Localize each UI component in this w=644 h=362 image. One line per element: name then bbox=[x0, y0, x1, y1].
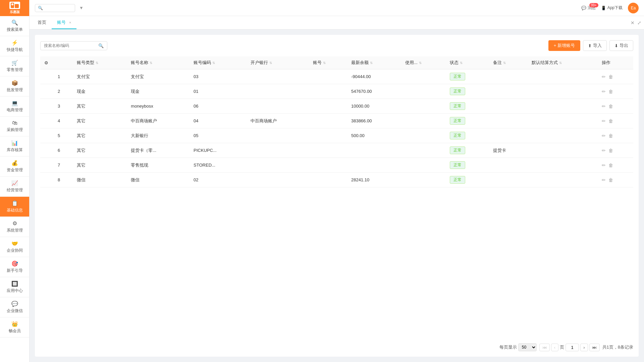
sidebar-item-system[interactable]: ⚙ 系统管理 bbox=[0, 217, 29, 237]
last-page-button[interactable]: ⏭ bbox=[589, 344, 600, 351]
table-row: 8 微信 微信 02 28241.10 正常 ✏ 🗑 bbox=[40, 173, 633, 187]
tab-home[interactable]: 首页 bbox=[32, 16, 52, 29]
sidebar-item-appstore[interactable]: 🔲 应用中心 bbox=[0, 277, 29, 297]
import-button[interactable]: ⬆ 导入 bbox=[583, 40, 607, 51]
sidebar-item-shortcut-label: 快捷导航 bbox=[7, 47, 23, 53]
sidebar-item-appstore-label: 应用中心 bbox=[7, 288, 23, 294]
th-bank[interactable]: 开户银行⇅ bbox=[247, 56, 309, 69]
add-account-button[interactable]: + 新增账号 bbox=[548, 40, 580, 51]
row-name: 中百商场账户 bbox=[127, 114, 190, 128]
sidebar-item-ecommerce[interactable]: 💻 电商管理 bbox=[0, 97, 29, 117]
delete-button[interactable]: 🗑 bbox=[608, 177, 613, 183]
th-type[interactable]: 账号类型⇅ bbox=[73, 56, 127, 69]
app-logo: 乐惠版 bbox=[0, 0, 29, 16]
edit-button[interactable]: ✏ bbox=[602, 163, 606, 168]
sidebar-item-inventory[interactable]: 📊 库存核算 bbox=[0, 136, 29, 157]
sidebar-item-search-label: 搜索菜单 bbox=[7, 27, 23, 33]
th-status[interactable]: 状态⇅ bbox=[446, 56, 489, 69]
wechat-icon: 💬 bbox=[11, 301, 18, 307]
message-badge: 99+ bbox=[589, 3, 598, 7]
capital-icon: 💰 bbox=[11, 160, 18, 166]
message-button[interactable]: 💬 消息 99+ bbox=[581, 5, 596, 11]
app-download-button[interactable]: 📱 App下载 bbox=[601, 5, 623, 11]
row-remark bbox=[489, 158, 528, 173]
sidebar-item-wechat[interactable]: 💬 企业微信 bbox=[0, 297, 29, 317]
th-usage[interactable]: 使用...⇅ bbox=[401, 56, 446, 69]
delete-button[interactable]: 🗑 bbox=[608, 74, 613, 79]
th-gear[interactable]: ⚙ bbox=[40, 56, 54, 69]
top-header: 🔍 ▼ 💬 消息 99+ 📱 App下载 Ea bbox=[30, 0, 644, 16]
sidebar-item-search[interactable]: 🔍 搜索菜单 bbox=[0, 16, 29, 36]
row-gear bbox=[40, 128, 54, 143]
sidebar-item-member[interactable]: 👑 畅会员 bbox=[0, 317, 29, 338]
user-avatar[interactable]: Ea bbox=[628, 3, 639, 13]
edit-button[interactable]: ✏ bbox=[602, 133, 606, 138]
export-label: 导出 bbox=[620, 43, 628, 49]
search-wrapper[interactable]: 🔍 bbox=[40, 41, 107, 50]
sidebar-item-wholesale[interactable]: 📦 批发管理 bbox=[0, 76, 29, 97]
edit-button[interactable]: ✏ bbox=[602, 74, 606, 79]
sidebar-item-capital[interactable]: 💰 资金管理 bbox=[0, 157, 29, 177]
page-input[interactable] bbox=[566, 344, 579, 351]
delete-button[interactable]: 🗑 bbox=[608, 118, 613, 124]
page-content: 🔍 + 新增账号 ⬆ 导入 ⬇ 导出 bbox=[30, 29, 644, 362]
first-page-button[interactable]: ⏮ bbox=[539, 344, 550, 351]
th-default-settle[interactable]: 默认结算方式⇅ bbox=[528, 56, 598, 69]
tab-close-button[interactable]: × bbox=[69, 20, 71, 24]
th-action: 操作 bbox=[598, 56, 633, 69]
prev-page-button[interactable]: ‹ bbox=[551, 344, 558, 351]
sidebar-item-wholesale-label: 批发管理 bbox=[7, 87, 23, 93]
row-remark bbox=[489, 173, 528, 187]
sidebar-item-enterprise[interactable]: 🤝 企业协同 bbox=[0, 237, 29, 257]
top-search-box[interactable]: 🔍 bbox=[35, 4, 75, 12]
sidebar-item-purchase[interactable]: 🛍 采购管理 bbox=[0, 117, 29, 136]
svg-rect-1 bbox=[15, 4, 19, 8]
sidebar-item-guide[interactable]: 🎯 新手引导 bbox=[0, 257, 29, 277]
search-input[interactable] bbox=[44, 43, 96, 48]
dropdown-icon[interactable]: ▼ bbox=[79, 5, 84, 10]
tab-account-label: 账号 bbox=[57, 19, 66, 25]
import-label: 导入 bbox=[593, 43, 602, 49]
row-index: 5 bbox=[54, 128, 73, 143]
sidebar-item-basic[interactable]: 📋 基础信息 bbox=[0, 197, 29, 217]
tab-account[interactable]: 账号 × bbox=[52, 16, 76, 29]
edit-button[interactable]: ✏ bbox=[602, 104, 606, 109]
th-code[interactable]: 账号编码⇅ bbox=[190, 56, 247, 69]
row-status: 正常 bbox=[446, 158, 489, 173]
row-type: 微信 bbox=[73, 173, 127, 187]
delete-button[interactable]: 🗑 bbox=[608, 89, 613, 94]
edit-button[interactable]: ✏ bbox=[602, 148, 606, 153]
next-page-button[interactable]: › bbox=[580, 344, 588, 351]
sidebar-item-operations[interactable]: 📈 经营管理 bbox=[0, 177, 29, 197]
edit-button[interactable]: ✏ bbox=[602, 89, 606, 94]
sidebar-item-shortcut[interactable]: ⚡ 快捷导航 bbox=[0, 36, 29, 56]
purchase-icon: 🛍 bbox=[12, 120, 17, 126]
edit-button[interactable]: ✏ bbox=[602, 177, 606, 183]
tab-maximize-icon[interactable]: ⤢ bbox=[637, 20, 641, 25]
row-default-settle bbox=[528, 158, 598, 173]
tab-minimize-icon[interactable]: ✕ bbox=[631, 20, 635, 25]
row-account bbox=[309, 128, 347, 143]
delete-button[interactable]: 🗑 bbox=[608, 163, 613, 168]
row-index: 1 bbox=[54, 69, 73, 84]
edit-button[interactable]: ✏ bbox=[602, 118, 606, 124]
page-label: 页 bbox=[560, 344, 564, 350]
th-account[interactable]: 账号⇅ bbox=[309, 56, 347, 69]
row-usage bbox=[401, 173, 446, 187]
th-remark[interactable]: 备注⇅ bbox=[489, 56, 528, 69]
th-balance[interactable]: 最新余额⇅ bbox=[347, 56, 401, 69]
row-type: 其它 bbox=[73, 114, 127, 128]
sidebar-item-retail[interactable]: 🛒 零售管理 bbox=[0, 56, 29, 76]
page-size-select[interactable]: 50 100 200 bbox=[518, 343, 537, 351]
delete-button[interactable]: 🗑 bbox=[608, 148, 613, 153]
toolbar-left: 🔍 bbox=[40, 41, 107, 50]
row-status: 正常 bbox=[446, 173, 489, 187]
delete-button[interactable]: 🗑 bbox=[608, 104, 613, 109]
sidebar-item-guide-label: 新手引导 bbox=[7, 268, 23, 274]
th-name[interactable]: 账号名称⇅ bbox=[127, 56, 190, 69]
row-account bbox=[309, 158, 347, 173]
row-bank bbox=[247, 158, 309, 173]
delete-button[interactable]: 🗑 bbox=[608, 133, 613, 138]
export-button[interactable]: ⬇ 导出 bbox=[609, 40, 633, 51]
app-icon: 📱 bbox=[601, 6, 606, 10]
